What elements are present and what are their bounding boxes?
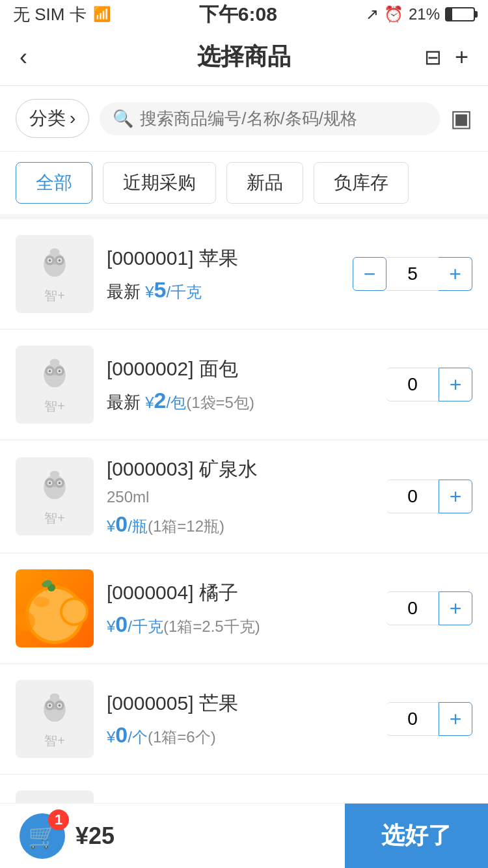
svg-point-35 [44,698,66,722]
svg-point-15 [59,370,61,372]
product-info-3: [0000004] 橘子 ¥0/千克(1箱=2.5千克) [107,580,373,637]
product-item-0: 智+ [0000001] 苹果 最新 ¥5/千克 − + [0,219,488,329]
status-bar: 无 SIM 卡 📶 下午6:08 ↗ ⏰ 21% [0,0,488,29]
product-info-1: [0000002] 面包 最新 ¥2/包(1袋=5包) [107,356,373,414]
add-icon[interactable]: + [455,44,468,71]
product-name-0: [0000001] 苹果 [107,245,340,272]
product-info-2: [0000003] 矿泉水 250ml ¥0/瓶(1箱=12瓶) [107,456,373,537]
qty-plus-1[interactable]: + [439,368,472,401]
svg-point-25 [53,485,57,487]
product-image-3 [16,569,94,647]
svg-point-14 [49,370,51,372]
search-bar: 分类 › 🔍 ▣ [0,86,488,152]
product-item-3: [0000004] 橘子 ¥0/千克(1箱=2.5千克) + [0,554,488,663]
svg-point-29 [34,597,49,607]
qty-input-1[interactable] [386,368,439,401]
tab-new[interactable]: 新品 [226,162,303,204]
location-icon: ↗ [366,5,379,23]
filter-icon[interactable]: ⊟ [424,45,442,70]
status-right: ↗ ⏰ 21% [366,5,475,23]
qty-control-4: + [386,702,472,736]
svg-point-24 [59,481,61,484]
tab-all[interactable]: 全部 [16,162,92,204]
svg-point-5 [49,259,51,262]
product-info-0: [0000001] 苹果 最新 ¥5/千克 [107,245,340,303]
nav-right: ⊟ + [424,44,468,71]
back-button[interactable]: ‹ [20,44,27,71]
bottom-bar: 🛒 1 ¥25 选好了 [0,803,488,868]
svg-point-8 [50,248,60,255]
product-item-4: 智+ [0000005] 芒果 ¥0/个(1箱=6个) + [0,664,488,774]
svg-point-40 [49,704,51,707]
svg-point-7 [53,262,57,265]
product-image-1: 智+ [16,346,94,424]
tab-negative[interactable]: 负库存 [314,162,409,204]
alarm-icon: ⏰ [384,5,403,23]
search-icon: 🔍 [113,109,133,129]
qty-plus-4[interactable]: + [439,702,472,736]
qty-input-3[interactable] [386,591,439,625]
qty-input-0[interactable] [386,257,439,291]
product-name-4: [0000005] 芒果 [107,690,373,717]
svg-point-6 [59,259,61,262]
qty-control-1: + [386,368,472,401]
qty-plus-0[interactable]: + [439,257,472,291]
cart-badge: 1 [48,809,69,830]
product-price-2: ¥0/瓶(1箱=12瓶) [107,511,373,537]
svg-point-26 [50,470,60,478]
qty-input-4[interactable] [386,702,439,736]
cart-total: ¥25 [75,822,115,850]
svg-point-34 [16,612,35,631]
product-price-3: ¥0/千克(1箱=2.5千克) [107,612,373,637]
confirm-button[interactable]: 选好了 [345,804,488,869]
product-name-3: [0000004] 橘子 [107,580,373,606]
product-image-0: 智+ [16,235,94,313]
qty-control-2: + [386,480,472,513]
qty-minus-0[interactable]: − [353,257,386,291]
product-item-1: 智+ [0000002] 面包 最新 ¥2/包(1袋=5包) + [0,330,488,439]
svg-point-16 [53,373,57,375]
product-image-2: 智+ [16,457,94,536]
qty-control-0: − + [353,257,472,291]
product-list: 智+ [0000001] 苹果 最新 ¥5/千克 − + 智+ [0000002… [0,219,488,868]
qty-plus-2[interactable]: + [439,480,472,513]
qty-input-2[interactable] [386,480,439,513]
category-label: 分类 [29,106,66,131]
cart-icon-wrap[interactable]: 🛒 1 [20,813,65,859]
cart-section: 🛒 1 ¥25 [0,813,345,859]
nav-bar: ‹ 选择商品 ⊟ + [0,29,488,86]
search-input-wrap: 🔍 [100,102,440,135]
svg-point-17 [50,359,60,366]
svg-point-33 [62,600,86,623]
product-image-4: 智+ [16,680,94,758]
product-price-0: 最新 ¥5/千克 [107,277,340,303]
svg-point-0 [44,252,66,277]
status-left: 无 SIM 卡 📶 [13,3,111,26]
svg-point-43 [50,693,60,700]
svg-point-41 [59,704,61,707]
svg-point-23 [49,481,51,484]
product-name-1: [0000002] 面包 [107,356,373,383]
category-button[interactable]: 分类 › [16,99,89,138]
status-time: 下午6:08 [199,1,277,28]
battery-text: 21% [409,5,440,23]
product-item-2: 智+ [0000003] 矿泉水 250ml ¥0/瓶(1箱=12瓶) + [0,441,488,552]
product-name-2: [0000003] 矿泉水 [107,456,373,483]
carrier-text: 无 SIM 卡 [13,3,87,26]
qty-plus-3[interactable]: + [439,591,472,625]
nav-left: ‹ [20,44,27,71]
product-spec-2: 250ml [107,488,373,506]
search-input[interactable] [140,109,427,129]
scan-icon[interactable]: ▣ [450,105,472,132]
battery-icon [445,7,475,21]
product-price-4: ¥0/个(1箱=6个) [107,722,373,748]
product-info-4: [0000005] 芒果 ¥0/个(1箱=6个) [107,690,373,748]
tab-filter: 全部近期采购新品负库存 [0,152,488,219]
qty-control-3: + [386,591,472,625]
chevron-right-icon: › [70,108,75,129]
page-title: 选择商品 [197,41,291,73]
svg-point-42 [53,707,57,710]
product-price-1: 最新 ¥2/包(1袋=5包) [107,388,373,414]
tab-recent[interactable]: 近期采购 [103,162,216,204]
wifi-icon: 📶 [93,6,111,23]
